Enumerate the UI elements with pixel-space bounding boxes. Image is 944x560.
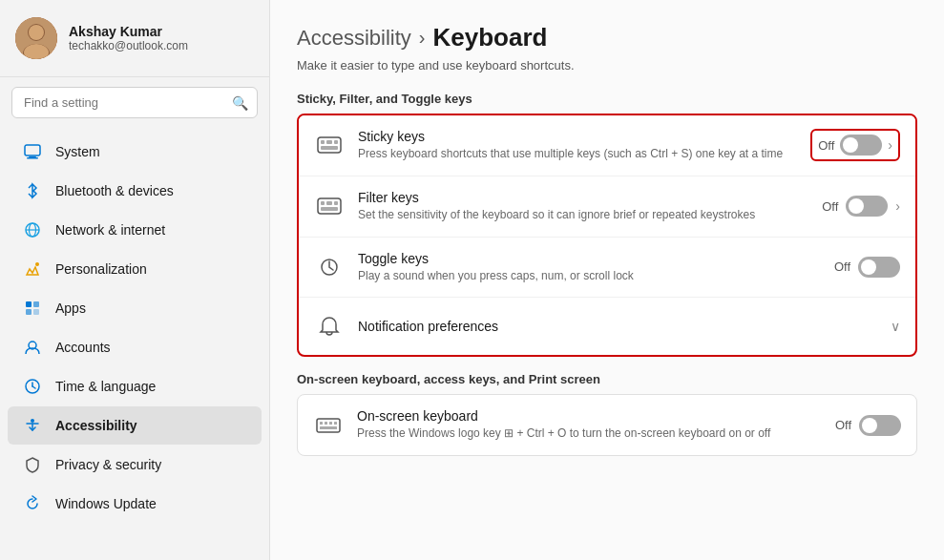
privacy-icon	[23, 455, 42, 474]
sidebar-item-update[interactable]: Windows Update	[8, 485, 262, 523]
sidebar-label-accessibility: Accessibility	[55, 418, 137, 433]
sidebar-item-accounts[interactable]: Accounts	[8, 328, 262, 366]
toggle-keys-title: Toggle keys	[358, 251, 821, 266]
onscreen-keyboard-toggle-thumb	[862, 418, 877, 433]
accessibility-icon	[23, 416, 42, 435]
svg-rect-28	[326, 201, 332, 205]
svg-rect-32	[317, 419, 340, 432]
search-input[interactable]	[11, 87, 258, 118]
sticky-keys-toggle[interactable]	[840, 135, 882, 156]
filter-keys-desc: Set the sensitivity of the keyboard so i…	[358, 207, 808, 223]
breadcrumb-parent[interactable]: Accessibility	[297, 26, 411, 51]
svg-rect-29	[334, 201, 338, 205]
sticky-filter-toggle-card: Sticky keys Press keyboard shortcuts tha…	[297, 114, 917, 357]
sticky-keys-chevron: ›	[888, 137, 892, 153]
page-subtitle: Make it easier to type and use keyboard …	[297, 58, 917, 73]
breadcrumb-separator: ›	[419, 27, 426, 49]
avatar-image	[15, 17, 57, 59]
sidebar-label-update: Windows Update	[55, 496, 157, 511]
svg-point-3	[29, 25, 44, 40]
svg-rect-14	[26, 309, 31, 315]
onscreen-keyboard-toggle[interactable]	[859, 415, 901, 436]
section1-title: Sticky, Filter, and Toggle keys	[297, 92, 917, 106]
bluetooth-icon	[23, 181, 42, 200]
sidebar-item-apps[interactable]: Apps	[8, 289, 262, 327]
filter-keys-toggle[interactable]	[846, 196, 888, 217]
user-profile[interactable]: Akshay Kumar techakko@outlook.com	[0, 0, 269, 77]
notification-preferences-text: Notification preferences	[358, 319, 877, 334]
toggle-keys-control: Off	[834, 257, 900, 278]
svg-rect-37	[320, 426, 337, 429]
svg-rect-21	[318, 137, 341, 153]
user-email: techakko@outlook.com	[69, 39, 188, 52]
filter-keys-text: Filter keys Set the sensitivity of the k…	[358, 190, 808, 223]
sticky-keys-desc: Press keyboard shortcuts that use multip…	[358, 146, 797, 162]
svg-rect-23	[326, 140, 332, 144]
sticky-keys-highlighted-control: Off ›	[810, 129, 900, 161]
toggle-keys-icon	[314, 252, 345, 282]
sidebar-item-privacy[interactable]: Privacy & security	[8, 446, 262, 484]
filter-keys-icon	[314, 191, 345, 221]
notification-preferences-title: Notification preferences	[358, 319, 877, 334]
svg-rect-15	[33, 309, 39, 315]
sidebar-label-network: Network & internet	[55, 222, 165, 238]
onscreen-keyboard-row[interactable]: On-screen keyboard Press the Windows log…	[298, 395, 916, 455]
nav-list: System Bluetooth & devices Network & int…	[0, 128, 269, 560]
svg-rect-5	[25, 145, 40, 156]
svg-rect-7	[27, 157, 38, 159]
sidebar-label-privacy: Privacy & security	[55, 457, 161, 472]
user-name: Akshay Kumar	[69, 24, 188, 39]
svg-rect-13	[33, 301, 39, 307]
notification-preferences-control: ∨	[891, 319, 900, 334]
sidebar-label-system: System	[55, 144, 100, 159]
filter-keys-control: Off ›	[822, 196, 900, 217]
sidebar-item-accessibility[interactable]: Accessibility	[8, 406, 262, 445]
sidebar-item-bluetooth[interactable]: Bluetooth & devices	[8, 172, 262, 210]
toggle-keys-toggle-label: Off	[834, 259, 850, 274]
svg-rect-24	[334, 140, 338, 144]
sticky-keys-text: Sticky keys Press keyboard shortcuts tha…	[358, 129, 797, 162]
toggle-keys-toggle[interactable]	[858, 257, 900, 278]
sidebar-item-system[interactable]: System	[8, 133, 262, 171]
svg-rect-36	[334, 422, 337, 425]
update-icon	[23, 494, 42, 513]
breadcrumb: Accessibility › Keyboard	[297, 23, 917, 52]
svg-rect-34	[325, 422, 327, 425]
sidebar-item-personalization[interactable]: Personalization	[8, 250, 262, 288]
filter-keys-title: Filter keys	[358, 190, 808, 205]
svg-point-11	[35, 262, 39, 266]
toggle-keys-toggle-thumb	[861, 259, 876, 275]
sticky-keys-row[interactable]: Sticky keys Press keyboard shortcuts tha…	[299, 115, 915, 176]
svg-point-20	[31, 419, 34, 423]
sidebar: Akshay Kumar techakko@outlook.com 🔍 Syst…	[0, 0, 270, 560]
filter-keys-chevron: ›	[895, 198, 900, 214]
filter-keys-toggle-label: Off	[822, 199, 838, 214]
onscreen-keyboard-icon	[313, 410, 344, 441]
toggle-keys-row[interactable]: Toggle keys Play a sound when you press …	[299, 238, 915, 299]
sticky-keys-title: Sticky keys	[358, 129, 797, 144]
sticky-keys-toggle-thumb	[843, 137, 858, 153]
svg-rect-12	[26, 301, 31, 307]
sidebar-label-bluetooth: Bluetooth & devices	[55, 183, 174, 198]
notification-preferences-chevron: ∨	[891, 319, 900, 334]
sidebar-label-time: Time & language	[55, 379, 156, 394]
accounts-icon	[23, 338, 42, 357]
main-content: Accessibility › Keyboard Make it easier …	[270, 0, 944, 560]
notification-preferences-row[interactable]: Notification preferences ∨	[299, 298, 915, 355]
filter-keys-toggle-thumb	[849, 198, 864, 214]
sidebar-item-time[interactable]: Time & language	[8, 367, 262, 405]
sidebar-label-accounts: Accounts	[55, 340, 111, 355]
onscreen-keyboard-toggle-label: Off	[835, 418, 851, 432]
filter-keys-row[interactable]: Filter keys Set the sensitivity of the k…	[299, 176, 915, 238]
breadcrumb-current: Keyboard	[432, 23, 547, 52]
notification-preferences-icon	[314, 311, 345, 342]
personalization-icon	[23, 259, 42, 279]
svg-rect-26	[318, 198, 341, 214]
sticky-keys-control: Off ›	[810, 129, 900, 161]
avatar	[15, 17, 57, 59]
sidebar-item-network[interactable]: Network & internet	[8, 211, 262, 249]
svg-rect-22	[321, 140, 325, 144]
svg-rect-30	[321, 207, 338, 211]
section2-title: On-screen keyboard, access keys, and Pri…	[297, 372, 917, 386]
search-box[interactable]: 🔍	[11, 87, 258, 118]
